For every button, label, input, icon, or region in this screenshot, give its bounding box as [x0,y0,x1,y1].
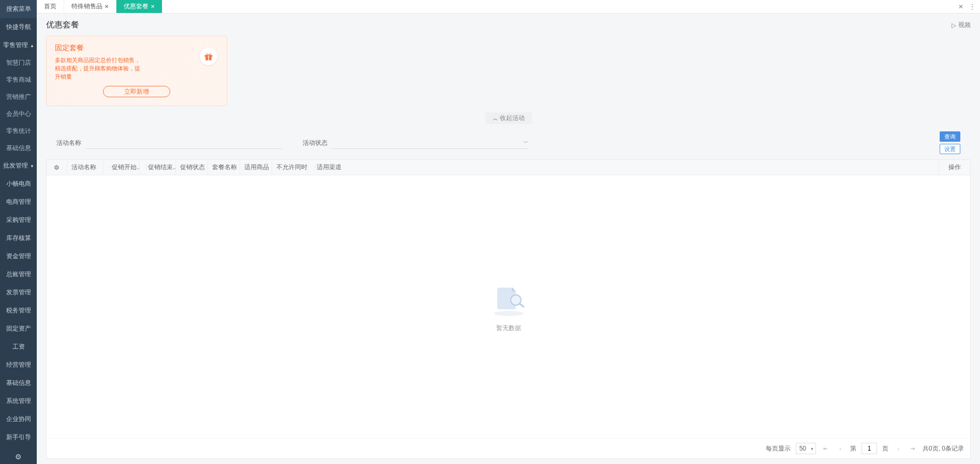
tab-home[interactable]: 首页 [37,0,64,13]
th-activity-name[interactable]: 活动名称 [67,160,103,175]
chevron-up-icon: ︽ [493,115,498,122]
collapse-bar: ︽ 收起活动 [46,112,971,124]
page-next-button[interactable]: › [894,444,903,453]
settings-button[interactable]: 设置 [940,144,960,154]
table-header: ⚙ 活动名称 ⋮促销开始... ⋮促销结束... 促销状态 套餐名称 适用商品 … [47,160,970,175]
promo-desc: 多款相关商品固定总价打包销售，精选搭配，提升顾客购物体验，提升销量 [55,56,143,81]
table-body-empty: 暂无数据 [47,175,970,438]
sidebar-wholesale[interactable]: 批发管理 [0,157,37,175]
th-label: 套餐名称 [212,163,237,172]
filter-name-input[interactable] [85,137,282,149]
th-label: 适用商品 [244,163,269,172]
sidebar-item-3[interactable]: 库存核算 [0,229,37,247]
promo-card: 固定套餐 多款相关商品固定总价打包销售，精选搭配，提升顾客购物体验，提升销量 立… [46,36,227,106]
th-channel[interactable]: ⋮适用渠道 [308,160,939,175]
sidebar-item-9[interactable]: 工资 [0,338,37,356]
page-last-button[interactable]: ⇥ [908,444,917,453]
collapse-label: 收起活动 [500,114,525,123]
sidebar-item-13[interactable]: 企业协同 [0,410,37,428]
sidebar-retail-item-5[interactable]: 基础信息 [0,140,37,157]
page-number-input[interactable] [862,443,877,454]
th-label: 活动名称 [71,163,96,172]
filter-name-label: 活动名称 [56,139,81,147]
filter-status-select[interactable]: ﹀ [332,137,528,149]
sidebar-item-7[interactable]: 税务管理 [0,302,37,320]
th-disallow[interactable]: 不允许同时... [272,160,308,175]
page-word-1: 第 [850,444,856,453]
sidebar-item-5[interactable]: 总账管理 [0,265,37,283]
sidebar-wholesale-label: 批发管理 [3,162,28,169]
drag-icon: ⋮ [144,164,147,170]
sidebar-retail-item-2[interactable]: 营销推广 [0,88,37,106]
sidebar-settings-icon[interactable]: ⚙ [0,450,37,464]
promo-title: 固定套餐 [55,43,218,53]
sidebar-retail-item-4[interactable]: 零售统计 [0,123,37,140]
page-header: 优惠套餐 ▷ 视频 [37,13,980,36]
page-title: 优惠套餐 [46,20,79,31]
sidebar-item-2[interactable]: 采购管理 [0,211,37,229]
sidebar-retail-item-1[interactable]: 零售商城 [0,71,37,88]
th-start[interactable]: ⋮促销开始... [103,160,140,175]
drag-icon: ⋮ [313,164,316,170]
svg-rect-2 [208,55,209,61]
th-gear[interactable]: ⚙ [47,160,67,175]
sidebar-item-1[interactable]: 电商管理 [0,193,37,211]
sidebar-retail[interactable]: 零售管理 [0,36,37,54]
sidebar-search[interactable]: 搜索菜单 [0,0,37,18]
sidebar-item-11[interactable]: 基础信息 [0,374,37,392]
tab-home-label: 首页 [44,2,56,11]
page-summary: 共0页, 0条记录 [923,444,964,453]
th-action: 操作 [939,160,970,175]
sidebar-retail-item-3[interactable]: 会员中心 [0,106,37,123]
sidebar-retail-label: 零售管理 [3,41,28,49]
query-button[interactable]: 查询 [940,131,960,142]
th-label: 适用渠道 [317,163,341,172]
tabs: 首页 特殊销售品✕ 优惠套餐✕ ✕ ⋮ [37,0,980,13]
collapse-toggle[interactable]: ︽ 收起活动 [485,112,532,124]
filter-status: 活动状态 ﹀ [303,137,528,149]
th-label: 促销开始... [112,163,140,172]
sidebar: 搜索菜单 快捷导航 零售管理 智慧门店 零售商城 营销推广 会员中心 零售统计 … [0,0,37,464]
th-status[interactable]: 促销状态 [176,160,208,175]
gift-icon [200,48,217,65]
sidebar-quicknav[interactable]: 快捷导航 [0,18,37,36]
table: ⚙ 活动名称 ⋮促销开始... ⋮促销结束... 促销状态 套餐名称 适用商品 … [46,159,971,459]
sidebar-item-12[interactable]: 系统管理 [0,392,37,410]
filters: 活动名称 活动状态 ﹀ 查询 设置 [46,128,971,159]
tabs-more-icon[interactable]: ⋮ [968,2,977,11]
th-label: 促销状态 [180,163,205,172]
sidebar-item-10[interactable]: 经营管理 [0,356,37,374]
sidebar-item-14[interactable]: 新手引导 [0,428,37,446]
per-page-select[interactable]: 50 [796,443,816,454]
th-label: 促销结束... [148,163,176,172]
per-page-label: 每页显示 [766,444,791,453]
main: 首页 特殊销售品✕ 优惠套餐✕ ✕ ⋮ 优惠套餐 ▷ 视频 固定套餐 多款相关商… [37,0,980,464]
page-first-button[interactable]: ⇤ [821,444,830,453]
pagination: 每页显示 50 ⇤ ‹ 第 页 › ⇥ 共0页, 0条记录 [47,438,970,458]
svg-point-3 [494,311,523,316]
add-new-button[interactable]: 立即新增 [103,86,170,97]
video-link-label: 视频 [958,21,971,29]
close-icon[interactable]: ✕ [151,4,155,9]
filter-status-label: 活动状态 [303,139,328,147]
sidebar-item-8[interactable]: 固定资产 [0,320,37,338]
sidebar-retail-item-0[interactable]: 智慧门店 [0,54,37,71]
th-end[interactable]: ⋮促销结束... [140,160,176,175]
gear-icon: ⚙ [54,164,60,171]
sidebar-item-0[interactable]: 小畅电商 [0,175,37,193]
tab-discount-package[interactable]: 优惠套餐✕ [116,0,162,13]
sidebar-item-4[interactable]: 资金管理 [0,247,37,265]
drag-icon: ⋮ [108,164,111,170]
close-icon[interactable]: ✕ [105,4,109,9]
play-icon: ▷ [952,22,956,29]
th-products[interactable]: 适用商品 [240,160,272,175]
page-prev-button[interactable]: ‹ [836,444,845,453]
th-package-name[interactable]: 套餐名称 [208,160,240,175]
tab-special-sales[interactable]: 特殊销售品✕ [64,0,116,13]
tab-discount-package-label: 优惠套餐 [124,2,149,11]
video-link[interactable]: ▷ 视频 [952,21,971,29]
sidebar-item-6[interactable]: 发票管理 [0,283,37,302]
page-word-2: 页 [882,444,888,453]
empty-state-icon [488,281,529,318]
tabs-close-all-icon[interactable]: ✕ [956,2,966,11]
